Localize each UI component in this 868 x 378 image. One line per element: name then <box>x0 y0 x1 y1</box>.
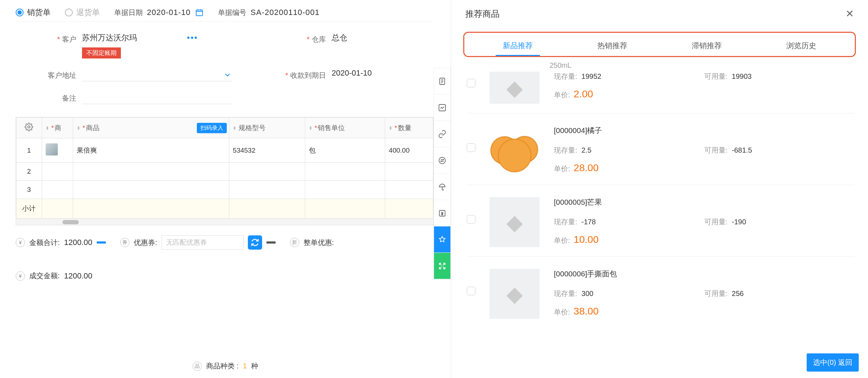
label-address: 客户地址 <box>48 71 76 79</box>
cell-product[interactable]: 果倍爽 <box>73 138 229 163</box>
tab-return-order[interactable]: 退货单 <box>65 7 100 18</box>
label-available: 可用量: <box>704 218 728 226</box>
label-due-date: 收款到期日 <box>290 71 326 79</box>
sort-icon[interactable]: ▲▼ <box>389 126 392 130</box>
recommend-item: ◆ [0000005]芒果 现存量:-178 可用量:-190 单价:10.00 <box>467 185 854 257</box>
customer-value[interactable]: 苏州万达沃尔玛 <box>82 32 137 43</box>
stock-value: 300 <box>582 290 593 297</box>
customer-lookup-icon[interactable]: ••• <box>187 33 198 43</box>
table-row[interactable]: 1 果倍爽 534532 包 400.00 <box>16 138 433 163</box>
col-prod-short: 商 <box>55 124 61 132</box>
chevron-down-icon <box>223 71 232 79</box>
side-toolbar <box>434 68 451 280</box>
close-icon[interactable]: ✕ <box>846 8 854 20</box>
tool-cny-icon[interactable] <box>434 200 450 226</box>
yen-icon: ¥ <box>16 238 25 247</box>
tool-note-icon[interactable] <box>434 68 450 94</box>
tab-new-recommend[interactable]: 新品推荐 <box>496 36 540 56</box>
label-remark: 备注 <box>62 94 76 102</box>
sort-icon[interactable]: ▲▼ <box>46 126 49 130</box>
due-date-value[interactable]: 2020-01-10 <box>332 68 372 77</box>
col-product[interactable]: 商品 <box>86 124 99 132</box>
tool-chart-icon[interactable] <box>434 94 450 121</box>
table-row[interactable]: 3 <box>16 181 433 199</box>
cell-qty[interactable]: 400.00 <box>385 138 433 163</box>
selected-return-button[interactable]: 选中(0) 返回 <box>807 353 859 372</box>
scan-input-button[interactable]: 扫码录入 <box>197 123 227 133</box>
item-checkbox[interactable] <box>467 79 475 87</box>
label-stock: 现存量: <box>554 72 577 80</box>
item-checkbox[interactable] <box>467 143 475 152</box>
minus-icon <box>266 241 276 244</box>
subtotal-label: 小计 <box>16 199 42 219</box>
discount-icon: 折 <box>290 238 299 247</box>
cell-unit[interactable]: 包 <box>305 138 385 163</box>
calendar-icon[interactable] <box>195 8 204 17</box>
col-qty[interactable]: 数量 <box>398 124 412 132</box>
item-checkbox[interactable] <box>467 287 475 295</box>
svg-rect-0 <box>196 10 203 16</box>
radio-icon <box>16 9 24 16</box>
warehouse-value[interactable]: 总仓 <box>332 33 347 42</box>
tool-favorite-icon[interactable] <box>434 226 450 253</box>
recommend-tabs-highlight: 新品推荐 热销推荐 滞销推荐 浏览历史 <box>463 32 856 57</box>
tab-sales-order[interactable]: 销货单 <box>16 7 51 18</box>
panel-title: 推荐商品 <box>465 8 500 20</box>
label-price: 单价: <box>554 308 570 316</box>
label-deal-amount: 成交金额: <box>29 271 60 281</box>
tool-link-icon[interactable] <box>434 121 450 147</box>
address-select[interactable] <box>82 68 232 81</box>
recommend-item: ◆ [0000006]手撕面包 现存量:300 可用量:256 单价:38.00 <box>467 257 854 328</box>
recommend-item: [0000004]橘子 现存量:2.5 可用量:-681.5 单价:28.00 <box>467 113 854 185</box>
label-available: 可用量: <box>704 72 728 80</box>
tool-exchange-icon[interactable] <box>434 147 450 174</box>
product-thumb: ◆ <box>490 269 540 319</box>
cell-spec[interactable]: 534532 <box>229 138 305 163</box>
label-warehouse: 仓库 <box>312 35 326 43</box>
item-name: [0000004]橘子 <box>554 126 854 136</box>
label-stock: 现存量: <box>554 290 577 297</box>
product-thumb: ◆ <box>490 72 540 104</box>
horizontal-scrollbar[interactable] <box>16 219 433 225</box>
label-amount-total: 金额合计: <box>29 238 60 247</box>
doc-date-value[interactable]: 2020-01-10 <box>147 8 191 17</box>
sort-icon[interactable]: ▲▼ <box>77 126 80 130</box>
tab-browse-history[interactable]: 浏览历史 <box>779 36 823 56</box>
label-whole-discount: 整单优惠: <box>303 238 334 247</box>
tab-hot-recommend[interactable]: 热销推荐 <box>590 36 634 56</box>
stock-value: 2.5 <box>582 146 592 154</box>
tab-label: 销货单 <box>27 7 51 18</box>
item-checkbox[interactable] <box>467 215 475 224</box>
label-doc-date: 单据日期 <box>114 8 143 17</box>
stock-value: 19952 <box>582 72 602 80</box>
deal-icon: ¥ <box>16 271 25 281</box>
coupon-input[interactable]: 无匹配优惠券 <box>162 235 244 250</box>
price-value: 38.00 <box>574 306 599 317</box>
tool-umbrella-icon[interactable] <box>434 174 450 200</box>
label-customer: 客户 <box>62 35 76 43</box>
label-kind-count: 商品种类 : <box>206 361 239 371</box>
tool-expand-icon[interactable] <box>434 253 450 279</box>
kind-icon: 品 <box>193 362 202 371</box>
remark-input[interactable] <box>82 91 232 104</box>
gear-icon[interactable] <box>25 125 33 133</box>
tab-slow-recommend[interactable]: 滞销推荐 <box>685 36 729 56</box>
sort-icon[interactable]: ▲▼ <box>309 126 312 130</box>
tab-label: 退货单 <box>76 7 100 18</box>
product-thumb <box>490 126 540 175</box>
sort-icon[interactable]: ▲▼ <box>233 126 236 130</box>
line-items-table: ▲▼*商 ▲▼*商品扫码录入 ▲▼规格型号 ▲▼*销售单位 ▲▼*数量 1 果倍… <box>16 117 434 225</box>
item-name-partial: 250mL <box>550 61 854 70</box>
radio-icon <box>65 9 73 16</box>
minus-icon <box>97 241 106 244</box>
label-stock: 现存量: <box>554 218 577 226</box>
col-spec[interactable]: 规格型号 <box>239 124 266 132</box>
col-unit[interactable]: 销售单位 <box>318 124 345 132</box>
coupon-icon: 券 <box>120 238 129 247</box>
table-row[interactable]: 2 <box>16 163 433 181</box>
available-value: 256 <box>732 290 744 297</box>
label-available: 可用量: <box>704 146 728 154</box>
refresh-coupon-button[interactable] <box>248 235 262 250</box>
label-available: 可用量: <box>704 290 728 297</box>
stock-value: -178 <box>582 218 596 226</box>
